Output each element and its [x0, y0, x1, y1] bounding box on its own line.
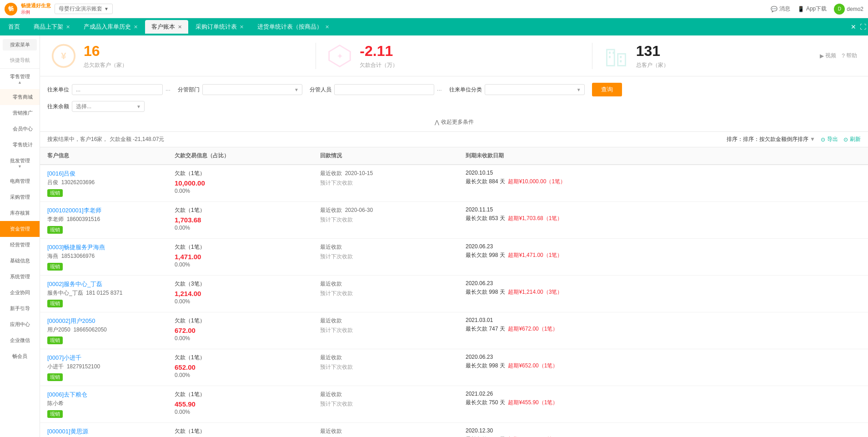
overdue-link[interactable]: 超期¥652.00（1笔）	[508, 362, 558, 369]
sidebar-item-base-info[interactable]: 基础信息	[0, 253, 40, 269]
svg-rect-8	[609, 56, 611, 58]
query-button[interactable]: 查询	[592, 83, 622, 96]
customer-name-link[interactable]: [0001020001]李老师	[47, 206, 175, 215]
refresh-btn[interactable]: ⊙ 刷新	[843, 136, 861, 143]
customer-name-link[interactable]: [0003]畅捷服务尹海燕	[47, 243, 175, 251]
video-icon: ▶	[820, 53, 824, 59]
tab-close-all[interactable]: ✕	[851, 23, 856, 30]
stat-icon-building	[603, 43, 629, 69]
customer-cell: [000001]黄思源 黄思源 13552700226 现销	[47, 427, 175, 437]
sidebar-item-enterprise-collab[interactable]: 企业协同	[0, 285, 40, 301]
sort-dropdown-icon[interactable]: ▼	[810, 136, 815, 142]
overdue-link[interactable]: 超期¥10,000.00（1笔）	[508, 178, 566, 185]
debt-amount[interactable]: 1,703.68	[175, 216, 320, 224]
customer-name-link[interactable]: [0016]吕俊	[47, 170, 175, 178]
debt-amount[interactable]: 672.00	[175, 326, 320, 334]
overdue-link[interactable]: 超期¥672.00（1笔）	[508, 326, 558, 332]
balance-input[interactable]	[72, 101, 145, 112]
sidebar-item-inventory[interactable]: 库存核算	[0, 205, 40, 221]
sidebar-item-ecom-mgmt[interactable]: 电商管理	[0, 173, 40, 189]
dept-input[interactable]	[202, 84, 302, 95]
sidebar-item-marketing[interactable]: 营销推广	[0, 105, 40, 121]
debt-count: 欠款（1笔）	[175, 427, 320, 435]
due-date: 2020.10.15	[466, 170, 861, 176]
stat2-number: -2.11	[360, 43, 398, 60]
from-unit-input[interactable]	[72, 84, 163, 95]
unit-class-input[interactable]	[485, 84, 585, 95]
sidebar-item-enterprise-wx[interactable]: 企业微信	[0, 332, 40, 348]
tab-customer-account[interactable]: 客户账本 ✕	[145, 20, 188, 34]
debt-cell: 欠款（1笔） 429.00 0.00%	[175, 427, 320, 437]
sidebar-item-app-center[interactable]: 应用中心	[0, 316, 40, 332]
tab-purchase-order[interactable]: 采购订单统计表 ✕	[189, 20, 250, 34]
tab-incoming-stats[interactable]: 进货单统计表（按商品） ✕	[251, 20, 336, 34]
tab-incoming-stats-close[interactable]: ✕	[325, 24, 329, 30]
debt-amount[interactable]: 455.90	[175, 400, 320, 408]
customer-phone: 海燕 18513066976	[47, 252, 175, 260]
sidebar-item-capital-mgmt[interactable]: 资金管理	[0, 221, 40, 237]
user-avatar[interactable]: D demo2	[834, 4, 863, 15]
sidebar-item-sys-mgmt[interactable]: 系统管理	[0, 269, 40, 285]
next-payment: 预计下次收款	[320, 363, 466, 371]
sidebar-item-vip-member[interactable]: 畅会员	[0, 348, 40, 364]
tab-products[interactable]: 商品上下架 ✕	[27, 20, 76, 34]
from-unit-dots: ···	[166, 86, 171, 93]
sidebar-item-retail-shop[interactable]: 零售商城	[0, 89, 40, 105]
debt-amount[interactable]: 1,214.00	[175, 290, 320, 297]
due-date: 2020.06.23	[466, 280, 861, 286]
debt-count: 欠款（1笔）	[175, 170, 320, 177]
tab-products-close[interactable]: ✕	[66, 24, 70, 30]
store-selector[interactable]: 母婴行业演示账套 ▼	[55, 4, 113, 14]
message-btn[interactable]: 💬 消息	[771, 5, 790, 13]
customer-name-link[interactable]: [0002]服务中心_丁磊	[47, 280, 175, 288]
person-input[interactable]	[334, 84, 434, 95]
person-label: 分管人员	[310, 86, 331, 94]
export-btn[interactable]: ⊙ 导出	[821, 136, 838, 143]
customer-name-link[interactable]: [000001]黄思源	[47, 427, 175, 436]
sidebar-item-member-center[interactable]: 会员中心	[0, 121, 40, 137]
customer-name-link[interactable]: [0007]小进千	[47, 354, 175, 362]
unit-class-label: 往来单位分类	[449, 86, 482, 94]
sidebar-item-retail-mgmt[interactable]: 零售管理 ▲	[0, 69, 40, 89]
sidebar-item-newbie[interactable]: 新手引导	[0, 301, 40, 316]
customer-cell: [0006]去下粮仓 陈小希 现销	[47, 391, 175, 418]
overdue-days: 最长欠款 747 天 超期¥672.00（1笔）	[466, 325, 861, 333]
help-btn[interactable]: ? 帮助	[842, 52, 857, 60]
customer-badge: 现销	[47, 300, 63, 307]
filter-row-1: 往来单位 ··· 分管部门 ▼ 分管人员 ···	[47, 83, 861, 96]
table-row: [0007]小进千 小进千 18279152100 现销 欠款（1笔） 652.…	[40, 349, 868, 386]
customer-name-link[interactable]: [0006]去下粮仓	[47, 391, 175, 399]
tab-purchase-order-close[interactable]: ✕	[240, 24, 244, 30]
debt-amount[interactable]: 1,471.00	[175, 253, 320, 261]
table-row: [000002]用户2050 用户2050 18665062050 现销 欠款（…	[40, 312, 868, 349]
sidebar-item-retail-stats[interactable]: 零售统计	[0, 137, 40, 153]
overdue-link[interactable]: 超期¥1,214.00（3笔）	[508, 289, 562, 295]
overdue-link[interactable]: 超期¥455.90（1笔）	[508, 399, 558, 406]
tab-production[interactable]: 产成品入库单历史 ✕	[77, 20, 144, 34]
view-video-btn[interactable]: ▶ 视频	[820, 52, 836, 60]
app-download-btn[interactable]: 📱 App下载	[798, 5, 827, 13]
svg-text:✦: ✦	[337, 52, 343, 60]
debt-cell: 欠款（1笔） 652.00 0.00%	[175, 354, 320, 381]
help-icon: ?	[842, 53, 845, 59]
overdue-link[interactable]: 超期¥1,471.00（1笔）	[508, 252, 562, 258]
tab-home[interactable]: 首页	[2, 20, 26, 34]
debt-cell: 欠款（1笔） 1,471.00 0.00%	[175, 243, 320, 271]
stat1-label: 总欠款客户（家）	[84, 61, 127, 69]
debt-amount[interactable]: 652.00	[175, 363, 320, 371]
tab-maximize[interactable]: ⛶	[860, 23, 866, 30]
sidebar-item-purchase-mgmt[interactable]: 采购管理	[0, 189, 40, 205]
sidebar-item-biz-mgmt[interactable]: 经营管理	[0, 237, 40, 253]
search-menu-btn[interactable]: 搜索菜单	[3, 39, 37, 50]
collapse-btn[interactable]: ⋀ 收起更多条件	[47, 116, 861, 130]
debt-percent: 0.00%	[175, 372, 320, 378]
due-date-cell: 2020.06.23 最长欠款 998 天 超期¥1,471.00（1笔）	[466, 243, 861, 271]
customer-name-link[interactable]: [000002]用户2050	[47, 317, 175, 325]
debt-amount[interactable]: 10,000.00	[175, 179, 320, 187]
dept-dropdown-icon: ▼	[294, 87, 299, 92]
overdue-link[interactable]: 超期¥1,703.68（1笔）	[508, 215, 562, 221]
tab-production-close[interactable]: ✕	[134, 24, 138, 30]
sidebar-item-batch-mgmt[interactable]: 批发管理 ▼	[0, 153, 40, 173]
customer-cell: [0002]服务中心_丁磊 服务中心_丁磊 181 0125 8371 现销	[47, 280, 175, 307]
tab-customer-account-close[interactable]: ✕	[178, 24, 182, 30]
